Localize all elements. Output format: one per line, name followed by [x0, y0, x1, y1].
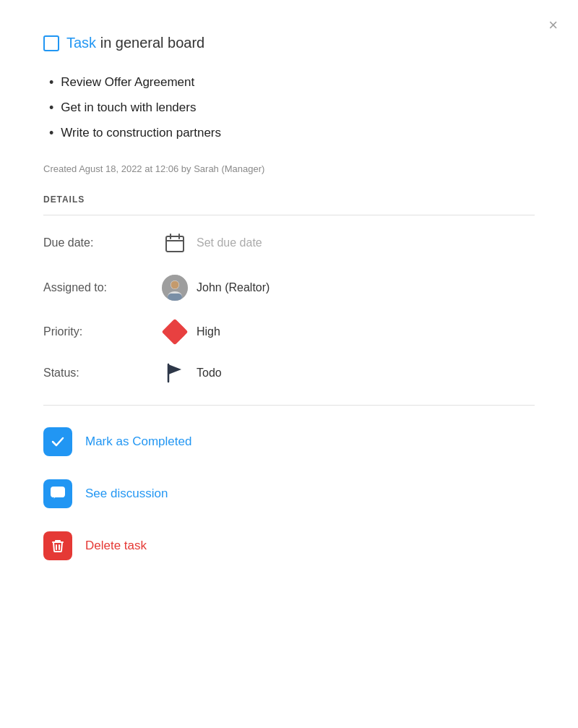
priority-icon — [159, 322, 191, 341]
list-item-text: Review Offer Agreement — [61, 73, 194, 92]
diamond-icon — [162, 319, 189, 346]
list-item: Get in touch with lenders — [49, 98, 535, 118]
delete-task-action[interactable]: Delete task — [43, 531, 535, 560]
svg-rect-5 — [168, 294, 182, 301]
details-label: DETAILS — [43, 194, 535, 205]
due-date-label: Due date: — [43, 236, 159, 249]
due-date-row: Due date: Set due date — [43, 233, 535, 253]
list-item: Review Offer Agreement — [49, 73, 535, 93]
trash-icon-box — [43, 531, 72, 560]
assigned-to-value[interactable]: John (Realtor) — [197, 281, 269, 294]
priority-label: Priority: — [43, 325, 159, 338]
close-button[interactable]: × — [548, 17, 558, 33]
created-text: Created Agust 18, 2022 at 12:06 by Sarah… — [43, 163, 535, 174]
avatar-icon — [159, 275, 191, 301]
bottom-divider — [43, 405, 535, 406]
assigned-to-row: Assigned to: John (Realtor) — [43, 275, 535, 301]
status-value[interactable]: Todo — [197, 367, 222, 380]
action-list: Mark as Completed See discussion Dele — [43, 427, 535, 560]
calendar-icon — [159, 233, 191, 253]
task-word: Task — [66, 35, 96, 51]
check-icon-box — [43, 427, 72, 456]
title-rest: in general board — [96, 35, 204, 51]
modal-header: Task in general board — [43, 35, 535, 51]
mark-completed-action[interactable]: Mark as Completed — [43, 427, 535, 456]
mark-completed-label: Mark as Completed — [85, 434, 191, 449]
chat-icon-box — [43, 479, 72, 508]
details-section: DETAILS Due date: Set due date Assigned … — [43, 194, 535, 383]
avatar — [162, 275, 188, 301]
divider — [43, 215, 535, 215]
assigned-to-label: Assigned to: — [43, 281, 159, 294]
list-item-text: Write to construction partners — [61, 124, 221, 142]
svg-point-4 — [171, 281, 179, 289]
list-item: Write to construction partners — [49, 124, 535, 143]
status-row: Status: Todo — [43, 363, 535, 383]
task-list: Review Offer Agreement Get in touch with… — [43, 73, 535, 143]
see-discussion-action[interactable]: See discussion — [43, 479, 535, 508]
task-checkbox[interactable] — [43, 35, 59, 51]
flag-icon — [159, 363, 191, 383]
due-date-value[interactable]: Set due date — [197, 236, 262, 249]
task-modal: × Task in general board Review Offer Agr… — [0, 0, 578, 728]
svg-rect-0 — [166, 236, 184, 252]
list-item-text: Get in touch with lenders — [61, 98, 196, 117]
priority-row: Priority: High — [43, 322, 535, 341]
priority-value[interactable]: High — [197, 325, 220, 338]
modal-title: Task in general board — [66, 35, 204, 51]
delete-task-label: Delete task — [85, 539, 147, 553]
see-discussion-label: See discussion — [85, 487, 168, 501]
status-label: Status: — [43, 367, 159, 380]
